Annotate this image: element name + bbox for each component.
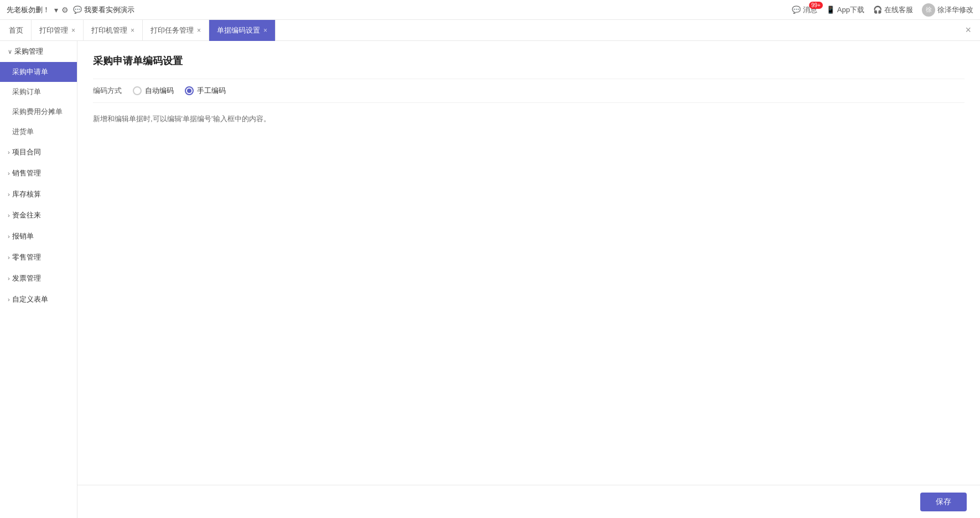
tab-printer-mgmt[interactable]: 打印机管理 ×	[84, 20, 143, 41]
sidebar-group-custom-form-label: 自定义表单	[12, 294, 48, 304]
radio-group: 自动编码 手工编码	[133, 86, 226, 96]
tab-printer-mgmt-label: 打印机管理	[91, 25, 127, 35]
encoding-label: 编码方式	[93, 86, 126, 96]
top-bar-left: 先老板勿删！ ▾ ⚙ 💬 我要看实例演示	[7, 5, 134, 15]
sidebar-item-purchase-order-label: 采购订单	[12, 87, 41, 96]
arrow-right-icon6: ›	[8, 254, 10, 261]
radio-manual-circle	[185, 86, 194, 95]
user-menu[interactable]: 徐 徐泽华修改	[922, 3, 973, 17]
sidebar-item-stock-in[interactable]: 进货单	[0, 122, 77, 142]
sidebar-group-finance-title[interactable]: › 资金往来	[0, 205, 77, 226]
sidebar-group-expense-label: 报销单	[12, 231, 34, 241]
sidebar: ∨ 采购管理 采购申请单 采购订单 采购费用分摊单 进货单 › 项目合同	[0, 41, 77, 518]
sidebar-group-expense-title[interactable]: › 报销单	[0, 226, 77, 247]
tab-home[interactable]: 首页	[4, 20, 32, 41]
sidebar-item-purchase-expense[interactable]: 采购费用分摊单	[0, 102, 77, 122]
radio-auto-label: 自动编码	[145, 86, 174, 96]
tab-encoding[interactable]: 单据编码设置 ×	[209, 20, 276, 41]
tab-bar: 首页 打印管理 × 打印机管理 × 打印任务管理 × 单据编码设置 × ×	[0, 20, 980, 41]
tab-print-mgmt-close[interactable]: ×	[71, 27, 75, 34]
sidebar-group-retail: › 零售管理	[0, 247, 77, 268]
sidebar-group-custom-form: › 自定义表单	[0, 289, 77, 310]
sidebar-group-invoice-title[interactable]: › 发票管理	[0, 268, 77, 289]
sidebar-group-project-label: 项目合同	[12, 147, 41, 157]
tab-bar-close-all[interactable]: ×	[961, 24, 976, 36]
content-area: 采购申请单编码设置 编码方式 自动编码 手工编码	[77, 41, 980, 485]
sidebar-group-inventory-title[interactable]: › 库存核算	[0, 184, 77, 205]
chevron-down-icon[interactable]: ▾	[54, 6, 58, 14]
layout: ∨ 采购管理 采购申请单 采购订单 采购费用分摊单 进货单 › 项目合同	[0, 41, 980, 518]
tab-encoding-label: 单据编码设置	[217, 25, 260, 35]
top-bar: 先老板勿删！ ▾ ⚙ 💬 我要看实例演示 💬 消息 99+ 📱 App下载 🎧 …	[0, 0, 980, 20]
radio-auto-circle	[133, 86, 142, 95]
sidebar-group-sales: › 销售管理	[0, 163, 77, 184]
avatar: 徐	[922, 3, 935, 17]
radio-manual-label: 手工编码	[197, 86, 226, 96]
sidebar-item-purchase-request[interactable]: 采购申请单	[0, 62, 77, 82]
app-download-button[interactable]: 📱 App下载	[826, 5, 864, 15]
tab-print-mgmt-label: 打印管理	[39, 25, 68, 35]
top-bar-right: 💬 消息 99+ 📱 App下载 🎧 在线客服 徐 徐泽华修改	[792, 3, 973, 17]
footer-bar: 保存	[77, 485, 980, 518]
sidebar-item-purchase-expense-label: 采购费用分摊单	[12, 107, 63, 116]
sidebar-group-invoice: › 发票管理	[0, 268, 77, 289]
arrow-right-icon5: ›	[8, 233, 10, 240]
app-label: App下载	[837, 5, 864, 15]
phone-icon: 📱	[826, 6, 835, 14]
message-button[interactable]: 💬 消息 99+	[792, 5, 817, 15]
page-title: 采购申请单编码设置	[93, 54, 965, 68]
settings-icon[interactable]: ⚙	[61, 6, 69, 14]
message-badge: 99+	[809, 2, 823, 9]
demo-icon: 💬	[73, 6, 82, 14]
sidebar-group-finance: › 资金往来	[0, 205, 77, 226]
sidebar-group-finance-label: 资金往来	[12, 210, 41, 220]
sidebar-group-invoice-label: 发票管理	[12, 273, 41, 283]
online-service-button[interactable]: 🎧 在线客服	[873, 5, 913, 15]
main-content: 采购申请单编码设置 编码方式 自动编码 手工编码	[77, 41, 980, 518]
sidebar-group-inventory: › 库存核算	[0, 184, 77, 205]
sidebar-group-project-title[interactable]: › 项目合同	[0, 142, 77, 163]
sidebar-item-purchase-request-label: 采购申请单	[12, 68, 48, 76]
radio-manual-encoding[interactable]: 手工编码	[185, 86, 226, 96]
user-name: 徐泽华修改	[937, 5, 973, 15]
sidebar-group-purchase-title[interactable]: ∨ 采购管理	[0, 41, 77, 62]
tab-printer-mgmt-close[interactable]: ×	[131, 27, 134, 34]
demo-text: 我要看实例演示	[84, 5, 134, 15]
arrow-right-icon3: ›	[8, 191, 10, 198]
arrow-right-icon2: ›	[8, 170, 10, 177]
tab-encoding-close[interactable]: ×	[263, 27, 267, 34]
tab-home-label: 首页	[9, 25, 23, 35]
arrow-right-icon: ›	[8, 149, 10, 156]
service-label: 在线客服	[884, 5, 913, 15]
tab-print-task-label: 打印任务管理	[151, 25, 194, 35]
arrow-right-icon8: ›	[8, 296, 10, 303]
encoding-row: 编码方式 自动编码 手工编码	[93, 79, 965, 103]
sidebar-group-sales-label: 销售管理	[12, 168, 41, 178]
hint-text: 新增和编辑单据时,可以编辑'单据编号'输入框中的内容。	[93, 114, 965, 124]
arrow-right-icon4: ›	[8, 212, 10, 219]
sidebar-group-sales-title[interactable]: › 销售管理	[0, 163, 77, 184]
sidebar-group-expense: › 报销单	[0, 226, 77, 247]
tab-print-mgmt[interactable]: 打印管理 ×	[32, 20, 84, 41]
top-bar-icons: ▾ ⚙	[54, 6, 69, 14]
message-icon: 💬	[792, 6, 801, 14]
brand-label: 先老板勿删！	[7, 5, 50, 15]
sidebar-item-stock-in-label: 进货单	[12, 127, 34, 136]
demo-link[interactable]: 💬 我要看实例演示	[73, 5, 134, 15]
encoding-section: 编码方式 自动编码 手工编码 新增和编辑单据时,可以编辑'单据编号'输入框中的内…	[93, 79, 965, 124]
arrow-down-icon: ∨	[8, 48, 12, 55]
tab-print-task-close[interactable]: ×	[197, 27, 201, 34]
headset-icon: 🎧	[873, 6, 882, 14]
save-button[interactable]: 保存	[920, 493, 967, 511]
sidebar-group-project: › 项目合同	[0, 142, 77, 163]
sidebar-group-purchase: ∨ 采购管理 采购申请单 采购订单 采购费用分摊单 进货单	[0, 41, 77, 142]
radio-auto-encoding[interactable]: 自动编码	[133, 86, 174, 96]
sidebar-group-retail-title[interactable]: › 零售管理	[0, 247, 77, 268]
sidebar-item-purchase-order[interactable]: 采购订单	[0, 82, 77, 102]
sidebar-group-inventory-label: 库存核算	[12, 189, 41, 199]
tab-print-task[interactable]: 打印任务管理 ×	[143, 20, 209, 41]
sidebar-group-custom-form-title[interactable]: › 自定义表单	[0, 289, 77, 310]
arrow-right-icon7: ›	[8, 275, 10, 282]
sidebar-group-purchase-label: 采购管理	[14, 46, 43, 56]
sidebar-group-retail-label: 零售管理	[12, 252, 41, 262]
